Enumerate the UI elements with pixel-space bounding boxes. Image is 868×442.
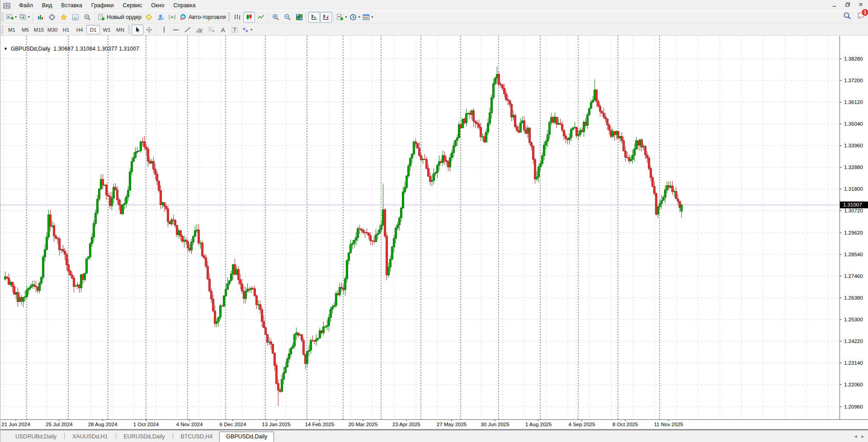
chart-tab-2[interactable]: EURUSDd,Daily	[117, 432, 172, 442]
candle-body	[417, 143, 419, 148]
candle-body	[489, 113, 491, 123]
auto-scroll-button[interactable]	[308, 12, 320, 23]
menu-item-4[interactable]: Сервис	[118, 1, 147, 9]
chart-line-button[interactable]	[255, 12, 267, 23]
candle-body	[160, 190, 162, 205]
new-order-button[interactable]: Новый ордер	[96, 12, 143, 23]
hline-button[interactable]	[170, 24, 182, 35]
chart-tab-3[interactable]: BTCUSD,H4	[174, 432, 220, 442]
periods-button[interactable]: ▾	[348, 12, 361, 23]
candle-body	[402, 192, 404, 208]
timeframe-button-d1[interactable]: D1	[86, 25, 100, 34]
close-button[interactable]	[854, 0, 868, 9]
zoom-out-button[interactable]	[282, 12, 293, 23]
chart-window[interactable]: 1.382801.372001.361201.350401.339601.328…	[0, 36, 868, 428]
channel-icon: E	[196, 26, 203, 33]
chart-shift-button[interactable]	[320, 12, 332, 23]
metaeditor-button[interactable]	[143, 12, 155, 23]
timeframe-button-mn[interactable]: MN	[113, 25, 127, 34]
svg-text:F: F	[213, 30, 215, 33]
toolbar-grip[interactable]	[128, 25, 130, 34]
price-tick-label: 1.37200	[844, 78, 863, 83]
candle-body	[283, 373, 285, 380]
zoom-in-button[interactable]	[270, 12, 282, 23]
data-window-button[interactable]	[46, 12, 58, 23]
channel-button[interactable]: E	[193, 24, 205, 35]
community-button[interactable]	[155, 12, 166, 23]
timeframe-button-w1[interactable]: W1	[100, 25, 113, 34]
candle-body	[205, 258, 207, 266]
strategy-tester-button[interactable]	[81, 12, 93, 23]
candle-body	[240, 280, 241, 284]
candle-body	[263, 321, 265, 328]
candle-body	[428, 169, 429, 176]
terminal-button[interactable]	[70, 12, 81, 23]
price-tick-label: 1.35040	[844, 121, 863, 127]
menu-item-1[interactable]: Вид	[38, 1, 57, 9]
new-chart-button[interactable]: ▾	[5, 12, 18, 23]
vline-button[interactable]	[158, 24, 170, 35]
toolbar-grip[interactable]	[1, 25, 4, 34]
shapes-button[interactable]: ▾	[241, 24, 254, 35]
candle-body	[41, 277, 42, 283]
menu-item-6[interactable]: Справка	[169, 1, 200, 9]
candle-body	[290, 348, 292, 354]
chart-tab-4[interactable]: GBPUSDd,Daily	[219, 432, 274, 442]
chart-tab-1[interactable]: XAUUSDd,H1	[66, 432, 115, 442]
toolbar-grip[interactable]	[1, 13, 4, 22]
templates-button[interactable]: ▾	[361, 12, 374, 23]
restore-button[interactable]	[841, 0, 854, 9]
candle-body	[574, 127, 576, 128]
candle-body	[451, 153, 453, 158]
candle-body	[325, 327, 326, 327]
candle-body	[75, 286, 77, 287]
menu-item-2[interactable]: Вставка	[57, 1, 86, 9]
timeframe-button-h1[interactable]: H1	[59, 25, 73, 34]
autotrading-button[interactable]: Авто-торговля	[178, 12, 227, 23]
timeframe-button-m1[interactable]: M1	[5, 25, 19, 34]
standard-toolbar: ▾▾Новый ордерАвто-торговля▾▾▾ 1	[0, 10, 868, 24]
chart-tab-0[interactable]: USDRUBd,Daily	[9, 432, 63, 442]
text-button[interactable]: A	[217, 24, 229, 35]
label-button[interactable]: T	[229, 24, 241, 35]
candle-body	[19, 297, 21, 302]
candle-body	[354, 240, 355, 243]
candle-body	[138, 151, 140, 151]
minimize-button[interactable]	[828, 0, 841, 9]
menu-item-3[interactable]: Графики	[87, 1, 118, 9]
tile-windows-button[interactable]	[293, 12, 305, 23]
auto-scroll-icon	[311, 14, 318, 21]
timeframe-button-h4[interactable]: H4	[73, 25, 86, 34]
signals-button[interactable]	[166, 12, 178, 23]
fibo-button[interactable]: F	[205, 24, 217, 35]
candle-body	[176, 226, 178, 235]
timeframe-button-m5[interactable]: M5	[19, 25, 32, 34]
toolbar-grip[interactable]	[228, 13, 230, 22]
trendline-button[interactable]	[182, 24, 193, 35]
candle-body	[462, 119, 464, 128]
timeframe-button-m15[interactable]: M15	[32, 25, 46, 34]
candlestick-chart[interactable]: 1.382801.372001.361201.350401.339601.328…	[0, 36, 868, 428]
cursor-button[interactable]	[132, 24, 143, 35]
candle-body	[397, 225, 399, 228]
tab-scroll-left-icon[interactable]: ◂	[854, 433, 857, 439]
indicators-button[interactable]: ▾	[335, 12, 348, 23]
candle-body	[131, 161, 133, 172]
crosshair-button[interactable]	[143, 24, 155, 35]
candle-body	[352, 244, 354, 245]
notifications-icon[interactable]: 1	[857, 12, 865, 21]
menu-item-0[interactable]: Файл	[14, 1, 38, 9]
search-icon[interactable]	[843, 12, 851, 21]
tab-scroll-right-icon[interactable]: ▸	[861, 433, 864, 439]
timeframe-button-m30[interactable]: M30	[46, 25, 59, 34]
candle-body	[218, 317, 220, 321]
chart-bars-button[interactable]	[231, 12, 243, 23]
profiles-button[interactable]: ▾	[18, 12, 31, 23]
one-click-trading-arrow-icon[interactable]: ▼	[4, 47, 8, 51]
candle-body	[350, 245, 352, 253]
candle-body	[108, 195, 109, 196]
menu-item-5[interactable]: Окно	[146, 1, 169, 9]
navigator-button[interactable]	[58, 12, 70, 23]
market-watch-button[interactable]	[34, 12, 46, 23]
chart-candles-button[interactable]	[243, 12, 255, 23]
